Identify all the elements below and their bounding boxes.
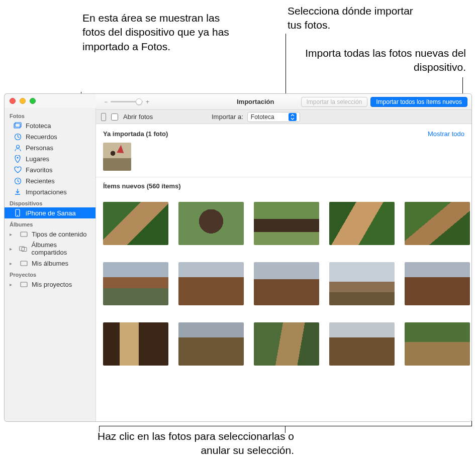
photo-thumb[interactable] (254, 202, 319, 245)
memories-icon (14, 133, 22, 141)
photo-thumb[interactable] (178, 202, 244, 245)
sidebar-item-media-types[interactable]: ▸ Tipos de contenido (5, 228, 96, 240)
toolbar: − + Importación Importar la selección Im… (96, 94, 471, 110)
sidebar-item-label: Álbumes compartidos (31, 241, 90, 256)
chevron-updown-icon (289, 113, 297, 121)
minimize-button[interactable] (20, 98, 26, 104)
sidebar-item-my-projects[interactable]: ▸ Mis proyectos (5, 279, 96, 290)
zoom-slider[interactable]: − + (104, 98, 149, 105)
select-value: Fototeca (251, 113, 274, 121)
pin-icon (14, 155, 22, 163)
photo-thumb[interactable] (254, 322, 319, 366)
sidebar-item-memories[interactable]: Recuerdos (5, 131, 96, 142)
sidebar-section-devices: Dispositivos (5, 197, 96, 207)
import-all-new-button[interactable]: Importar todos los ítems nuevos (370, 97, 467, 107)
sidebar-section-projects: Proyectos (5, 269, 96, 279)
sidebar-item-label: Tipos de contenido (32, 230, 86, 238)
sidebar-item-label: Recuerdos (26, 133, 57, 141)
photo-thumb[interactable] (103, 322, 168, 366)
callout-line (285, 426, 285, 433)
close-button[interactable] (10, 98, 16, 104)
photo-thumb[interactable] (178, 322, 244, 366)
phone-icon (14, 209, 22, 217)
sidebar-item-device[interactable]: iPhone de Sanaa (5, 207, 96, 218)
download-icon (14, 188, 22, 196)
folder-icon (20, 280, 28, 288)
sidebar-item-label: Fototeca (26, 122, 51, 130)
people-icon (14, 144, 22, 152)
new-items-header: Ítems nuevos (560 ítems) (96, 177, 471, 193)
open-photos-label: Abrir fotos (123, 113, 153, 121)
sidebar-item-label: Lugares (26, 155, 49, 163)
sidebar-item-my-albums[interactable]: ▸ Mis álbumes (5, 258, 96, 269)
heart-icon (14, 166, 22, 174)
photo-thumb[interactable] (103, 143, 131, 171)
import-selection-button[interactable]: Importar la selección (301, 97, 368, 107)
svg-point-4 (17, 157, 18, 158)
svg-rect-12 (21, 282, 27, 287)
photo-thumb[interactable] (178, 262, 244, 305)
sidebar-item-label: iPhone de Sanaa (26, 209, 76, 217)
svg-rect-11 (21, 261, 27, 266)
sidebar-item-favorites[interactable]: Favoritos (5, 164, 96, 175)
slider-track[interactable] (111, 101, 143, 102)
sidebar-item-imports[interactable]: Importaciones (5, 186, 96, 197)
zoom-in-icon: + (146, 98, 149, 105)
sidebar-item-label: Mis proyectos (32, 281, 72, 288)
photo-thumb[interactable] (329, 202, 395, 245)
sidebar-item-label: Personas (26, 144, 53, 152)
sidebar-item-label: Favoritos (26, 166, 52, 174)
sidebar-section-photos: Fotos (5, 110, 96, 120)
svg-point-3 (16, 145, 19, 148)
sidebar-item-places[interactable]: Lugares (5, 153, 96, 164)
photo-thumb[interactable] (405, 202, 470, 245)
callout-import-to: Selecciona dónde importar tus fotos. (288, 4, 418, 33)
photo-thumb[interactable] (103, 262, 168, 305)
clock-icon (14, 177, 22, 185)
toolbar-title: Importación (237, 98, 274, 105)
import-destination-select[interactable]: Fototeca (247, 112, 300, 122)
callout-already-imported: En esta área se muestran las fotos del d… (82, 11, 233, 54)
photo-thumb[interactable] (405, 262, 470, 305)
section-title: Ítems nuevos (560 ítems) (103, 182, 181, 190)
photo-thumb[interactable] (254, 262, 319, 305)
maximize-button[interactable] (30, 98, 36, 104)
sidebar-item-people[interactable]: Personas (5, 142, 96, 153)
device-icon (101, 113, 106, 121)
photo-thumb[interactable] (103, 202, 168, 245)
photo-stack-icon (14, 122, 22, 130)
import-to-label: Importar a: (212, 113, 243, 121)
sidebar-item-shared-albums[interactable]: ▸ Álbumes compartidos (5, 240, 96, 258)
photos-app-window: Fotos Fototeca Recuerdos Personas Lugare… (4, 93, 472, 422)
photo-grid (96, 193, 471, 375)
sidebar-item-label: Mis álbumes (32, 260, 68, 267)
chevron-right-icon: ▸ (10, 246, 14, 252)
sidebar-item-label: Recientes (26, 177, 55, 185)
photo-thumb[interactable] (405, 322, 470, 366)
callout-import-all: Importa todas las fotos nuevas del dispo… (290, 46, 466, 75)
content-area: Ya importada (1 foto) Mostrar todo Ítems… (96, 124, 471, 421)
section-title: Ya importada (1 foto) (103, 130, 168, 138)
sidebar-item-recents[interactable]: Recientes (5, 175, 96, 186)
callout-line (471, 421, 472, 426)
folder-icon (20, 259, 28, 267)
chevron-right-icon: ▸ (10, 261, 15, 266)
window-controls (10, 98, 36, 104)
slider-thumb[interactable] (136, 98, 142, 105)
open-photos-checkbox[interactable] (111, 113, 118, 121)
svg-point-7 (17, 215, 18, 216)
show-all-link[interactable]: Mostrar todo (428, 130, 464, 138)
sidebar-section-albums: Álbumes (5, 218, 96, 228)
callout-line (99, 426, 472, 426)
sidebar-item-label: Importaciones (26, 188, 67, 196)
shared-folder-icon (19, 245, 27, 253)
callout-line (99, 426, 100, 432)
callout-click-photos: Haz clic en las fotos para seleccionarla… (83, 429, 294, 458)
chevron-right-icon: ▸ (10, 282, 15, 287)
photo-thumb[interactable] (329, 322, 395, 366)
folder-icon (20, 230, 28, 238)
photo-thumb[interactable] (329, 262, 395, 305)
chevron-right-icon: ▸ (10, 231, 15, 237)
sidebar-item-library[interactable]: Fototeca (5, 120, 96, 131)
import-bar: Abrir fotos Importar a: Fototeca (96, 110, 471, 124)
